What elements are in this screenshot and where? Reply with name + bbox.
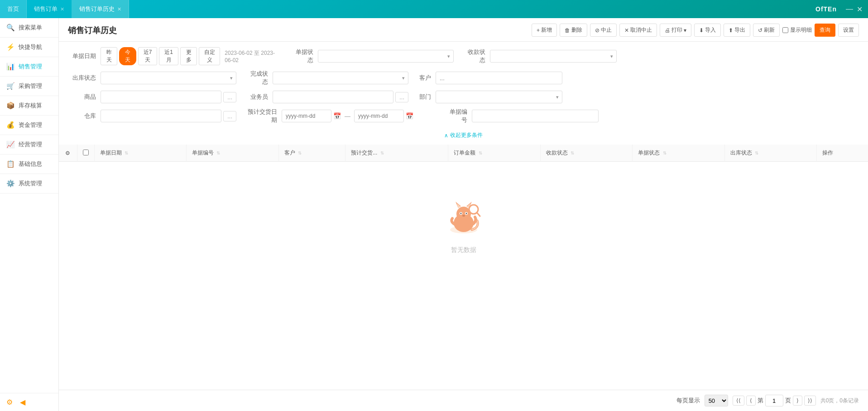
- sidebar-item-search-menu[interactable]: 🔍 搜索菜单: [0, 18, 58, 38]
- tab-sales-order-history-close[interactable]: ✕: [117, 6, 121, 12]
- show-details-checkbox[interactable]: [782, 27, 788, 33]
- sidebar-item-operations[interactable]: 📈 经营管理: [0, 135, 58, 155]
- collapse-label: 收起更多条件: [450, 131, 483, 139]
- th-warehouse-status[interactable]: 出库状态 ⇅: [724, 145, 817, 162]
- warehouse-ellipsis-btn[interactable]: ...: [223, 111, 236, 121]
- last-page-button[interactable]: ⟩⟩: [804, 396, 816, 406]
- collapse-icon: ∧: [444, 132, 448, 139]
- next-page-button[interactable]: ⟩: [793, 396, 802, 406]
- tab-sales-order[interactable]: 销售订单 ✕: [27, 0, 72, 18]
- sidebar-item-purchase-mgmt[interactable]: 🛒 采购管理: [0, 77, 58, 96]
- page-number-input[interactable]: [765, 395, 783, 406]
- per-page-label: 每页显示: [676, 396, 700, 405]
- sort-amount-icon: ⇅: [479, 150, 482, 155]
- product-input[interactable]: [101, 91, 221, 103]
- date-btn-more[interactable]: 更多: [180, 47, 197, 65]
- th-number-label: 单据编号: [192, 150, 214, 156]
- add-button[interactable]: + 新增: [532, 24, 557, 37]
- sidebar-settings-icon[interactable]: ⚙: [6, 398, 13, 406]
- sidebar-item-basic-info-label: 基础信息: [19, 160, 42, 168]
- th-doc-status[interactable]: 单据状态 ⇅: [633, 145, 725, 162]
- window-minimize-icon[interactable]: —: [846, 5, 853, 13]
- th-customer[interactable]: 客户 ⇅: [278, 145, 345, 162]
- basic-info-icon: 📋: [6, 160, 15, 168]
- salesperson-input[interactable]: [273, 91, 393, 103]
- delivery-date-from[interactable]: [282, 110, 331, 122]
- salesperson-label: 业务员: [245, 93, 273, 101]
- th-amount-label: 订单金额: [454, 150, 475, 156]
- th-number[interactable]: 单据编号 ⇅: [187, 145, 279, 162]
- sidebar-collapse-icon[interactable]: ◀: [20, 398, 25, 406]
- product-ellipsis-btn[interactable]: ...: [223, 92, 236, 102]
- settings-button[interactable]: 设置: [838, 24, 859, 37]
- first-page-button[interactable]: ⟨⟨: [733, 396, 744, 406]
- sidebar-item-system-mgmt[interactable]: ⚙️ 系统管理: [0, 174, 58, 193]
- delivery-date-to[interactable]: [354, 110, 404, 122]
- date-btn-1month[interactable]: 近1月: [159, 47, 178, 65]
- cancel-stop-icon: ✕: [624, 27, 629, 34]
- export-button[interactable]: ⬆ 导出: [724, 24, 750, 37]
- sidebar-item-sales-mgmt[interactable]: 📊 销售管理: [0, 57, 58, 77]
- filter-row-3: 商品 ... 业务员 ... 部门: [68, 91, 859, 103]
- department-wrapper: [436, 91, 562, 103]
- top-bar: 首页 销售订单 ✕ 销售订单历史 ✕ OfTEn — ✕: [0, 0, 868, 18]
- prev-page-button[interactable]: ⟨: [746, 396, 756, 406]
- print-button[interactable]: 🖨 打印 ▾: [660, 24, 691, 37]
- date-btn-7days[interactable]: 近7天: [138, 47, 158, 65]
- data-table: ⚙ 单据日期 ⇅ 单据编号 ⇅: [59, 145, 868, 290]
- total-info: 共0页，0条记录: [820, 397, 859, 405]
- customer-label: 客户: [417, 74, 436, 82]
- brand-text: OfTEn: [810, 5, 842, 13]
- warehouse-status-select[interactable]: [101, 72, 236, 84]
- window-close-icon[interactable]: ✕: [857, 5, 863, 14]
- warehouse-input[interactable]: [101, 110, 221, 122]
- th-date[interactable]: 单据日期 ⇅: [94, 145, 187, 162]
- import-button[interactable]: ⬇ 导入: [694, 24, 721, 37]
- th-delivery[interactable]: 预计交货... ⇅: [345, 145, 448, 162]
- sidebar-item-inventory[interactable]: 📦 库存核算: [0, 96, 58, 116]
- customer-input[interactable]: [436, 72, 562, 84]
- tab-sales-order-history[interactable]: 销售订单历史 ✕: [72, 0, 129, 18]
- warehouse-label: 仓库: [68, 112, 101, 120]
- query-button[interactable]: 查询: [815, 24, 835, 37]
- select-all-checkbox[interactable]: [83, 150, 89, 155]
- tab-home[interactable]: 首页: [0, 0, 27, 18]
- sort-warehouse-icon: ⇅: [755, 150, 758, 155]
- date-btn-yesterday[interactable]: 昨天: [101, 47, 117, 65]
- date-range-text: 2023-06-02 至 2023-06-02: [225, 49, 282, 63]
- delete-button[interactable]: 🗑 删除: [560, 24, 587, 37]
- th-receipt-status[interactable]: 收款状态 ⇅: [540, 145, 633, 162]
- sidebar-item-quick-nav[interactable]: ⚡ 快捷导航: [0, 38, 58, 57]
- th-amount[interactable]: 订单金额 ⇅: [448, 145, 541, 162]
- date-btn-today[interactable]: 今天: [119, 47, 136, 65]
- refresh-button[interactable]: ↺ 刷新: [753, 24, 780, 37]
- salesperson-ellipsis-btn[interactable]: ...: [395, 92, 408, 102]
- product-label: 商品: [68, 93, 101, 101]
- calendar-from-icon[interactable]: 📅: [333, 112, 341, 120]
- toolbar: + 新增 🗑 删除 ⊘ 中止 ✕ 取消中止: [532, 24, 859, 37]
- sort-doc-icon: ⇅: [663, 150, 667, 155]
- settings-icon[interactable]: ⚙: [65, 150, 70, 156]
- sidebar-item-finance[interactable]: 💰 资金管理: [0, 116, 58, 135]
- status-select[interactable]: [318, 50, 454, 63]
- tab-sales-order-close[interactable]: ✕: [60, 6, 64, 12]
- calendar-to-icon[interactable]: 📅: [406, 112, 413, 120]
- per-page-select[interactable]: 10 20 50 100: [705, 395, 728, 406]
- cancel-stop-button[interactable]: ✕ 取消中止: [619, 24, 657, 37]
- warehouse-status-label: 出库状态: [68, 74, 101, 82]
- complete-status-select[interactable]: [273, 72, 408, 84]
- department-select[interactable]: [436, 91, 562, 103]
- sort-number-icon: ⇅: [216, 150, 220, 155]
- sidebar-item-basic-info[interactable]: 📋 基础信息: [0, 155, 58, 174]
- th-settings[interactable]: ⚙: [59, 145, 77, 162]
- date-btn-custom[interactable]: 自定义: [199, 47, 220, 65]
- th-checkbox[interactable]: [77, 145, 94, 162]
- collapse-button[interactable]: ∧ 收起更多条件: [444, 131, 483, 139]
- order-no-input[interactable]: [472, 110, 599, 122]
- receipt-status-select[interactable]: [490, 50, 617, 63]
- show-details-checkbox-label[interactable]: 显示明细: [782, 26, 812, 34]
- svg-point-11: [462, 215, 465, 217]
- stop-button[interactable]: ⊘ 中止: [590, 24, 617, 37]
- system-mgmt-icon: ⚙️: [6, 179, 15, 188]
- print-label: 打印: [671, 26, 682, 34]
